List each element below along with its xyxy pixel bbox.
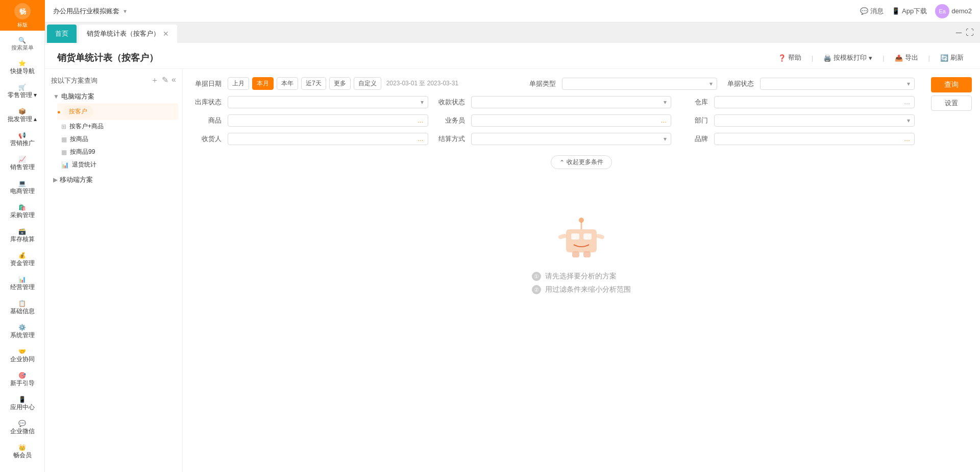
payment-status-label: 收款状态 — [434, 98, 465, 107]
sidebar-item-label: 系统管理 — [10, 331, 35, 340]
tab-sales-stats[interactable]: 销货单统计表（按客户） ✕ — [79, 25, 177, 43]
sidebar-item-marketing[interactable]: 📢 营销推广 — [0, 128, 44, 152]
tree-item-return-stats[interactable]: 📊 退货统计 — [57, 158, 178, 171]
query-button[interactable]: 查询 — [931, 77, 972, 92]
sidebar-item-operation[interactable]: 📊 经营管理 — [0, 272, 44, 296]
receiver-select[interactable]: … — [228, 133, 428, 145]
tree-mobile-header[interactable]: ▶ 移动端方案 — [49, 173, 178, 186]
message-button[interactable]: 💬 消息 — [860, 7, 884, 16]
sidebar-item-member[interactable]: 👑 畅会员 — [0, 440, 44, 464]
empty-tip-1: ① 请先选择要分析的方案 — [532, 272, 631, 281]
refresh-button[interactable]: 🔄 刷新 — [936, 51, 968, 64]
empty-robot-icon — [553, 204, 609, 262]
guide-icon: 🎯 — [18, 372, 26, 379]
collapse-panel-button[interactable]: « — [172, 75, 176, 86]
sidebar-item-basic[interactable]: 📋 基础信息 — [0, 296, 44, 320]
system-icon: ⚙️ — [18, 324, 26, 331]
more-date-button[interactable]: 更多 — [329, 77, 351, 90]
edit-scheme-button[interactable]: ✎ — [162, 75, 168, 86]
filter-row-2: 出库状态 ▾ 收款状态 ▾ 仓库 — [191, 96, 915, 108]
print-label: 按模板打印 — [834, 53, 867, 62]
left-panel-header: 按以下方案查询 ＋ ✎ « — [49, 75, 178, 86]
sidebar-item-purchase[interactable]: 🛍️ 采购管理 — [0, 200, 44, 224]
payment-status-select[interactable]: ▾ — [471, 96, 672, 108]
svg-rect-7 — [558, 233, 567, 240]
brand-select[interactable]: … — [714, 133, 915, 145]
search-icon: 🔍 — [0, 37, 44, 44]
collapse-row: ⌃ 收起更多条件 — [191, 151, 972, 173]
add-scheme-button[interactable]: ＋ — [151, 75, 159, 86]
warehouse-select[interactable]: … — [714, 96, 915, 108]
export-button[interactable]: 📤 导出 — [891, 51, 922, 64]
tabs-expand-button[interactable]: ─ ⛶ — [950, 28, 980, 37]
status-filter-label: 单据状态 — [723, 79, 754, 88]
maximize-icon[interactable]: ⛶ — [966, 28, 974, 37]
home-tab-label: 首页 — [55, 29, 68, 38]
sidebar-item-label: 新手引导 — [10, 379, 35, 388]
print-dropdown-icon: ▾ — [869, 54, 872, 62]
tree-desktop-header[interactable]: ▼ 电脑端方案 — [49, 90, 178, 103]
enterprise-icon: 🤝 — [18, 348, 26, 355]
collapse-button[interactable]: ⌃ 收起更多条件 — [551, 155, 612, 169]
tree-arrow-icon: ▼ — [53, 93, 59, 100]
sidebar-item-wechat[interactable]: 💬 企业微信 — [0, 416, 44, 440]
sidebar-item-system[interactable]: ⚙️ 系统管理 — [0, 320, 44, 344]
sidebar-item-finance[interactable]: 💰 资金管理 — [0, 248, 44, 272]
svg-rect-8 — [596, 233, 605, 240]
tree-item-label: 按商品99 — [70, 148, 95, 156]
app-download-button[interactable]: 📱 App下载 — [892, 7, 927, 16]
app-download-label: App下载 — [902, 7, 927, 16]
tree-mobile-label: 移动端方案 — [60, 175, 93, 184]
sales-icon: 📈 — [18, 156, 26, 163]
marketing-icon: 📢 — [18, 132, 26, 139]
this-year-button[interactable]: 本年 — [277, 77, 298, 90]
topbar-dropdown-icon[interactable]: ▾ — [124, 8, 127, 15]
tip-num-1: ① — [532, 272, 541, 281]
last-month-button[interactable]: 上月 — [228, 77, 249, 90]
print-button[interactable]: 🖨️ 按模板打印 ▾ — [819, 51, 876, 64]
quick-nav-icon: ⭐ — [18, 60, 26, 67]
custom-date-button[interactable]: 自定义 — [354, 77, 381, 90]
sidebar-item-guide[interactable]: 🎯 新手引导 — [0, 368, 44, 392]
type-filter-select[interactable]: ▾ — [562, 78, 717, 90]
date-filter: 上月 本月 本年 近7天 更多 自定义 2023-03-01 至 2023-03… — [228, 77, 519, 90]
user-menu[interactable]: Ea demo2 — [935, 4, 972, 18]
sidebar-item-retail[interactable]: 🛒 零售管理 ▾ — [0, 80, 44, 104]
sidebar-item-label: 基础信息 — [10, 307, 35, 316]
sidebar-item-sales[interactable]: 📈 销售管理 — [0, 152, 44, 176]
last-7-days-button[interactable]: 近7天 — [301, 77, 326, 90]
sidebar-item-label: 经营管理 — [10, 283, 35, 292]
status-filter-select[interactable]: ▾ — [760, 78, 915, 90]
table2-icon: ▦ — [61, 149, 67, 156]
minimize-icon[interactable]: ─ — [956, 28, 962, 37]
warehouse-label: 仓库 — [677, 98, 708, 107]
settings-button[interactable]: 设置 — [931, 96, 972, 111]
tree-item-by-goods[interactable]: ▦ 按商品 — [57, 133, 178, 146]
tree-item-by-customer-goods[interactable]: ⊞ 按客户+商品 — [57, 120, 178, 133]
filter-row-1: 单据日期 上月 本月 本年 近7天 更多 自定义 2023-03-01 至 20… — [191, 77, 915, 90]
sidebar-item-enterprise[interactable]: 🤝 企业协同 — [0, 344, 44, 368]
sidebar-item-quick-nav[interactable]: ⭐ 快捷导航 — [0, 56, 44, 80]
sidebar-item-search[interactable]: 🔍 搜索菜单 — [0, 31, 44, 56]
payment-method-select[interactable]: ▾ — [471, 133, 672, 145]
sidebar-item-label: 营销推广 — [10, 139, 35, 148]
tab-home[interactable]: 首页 — [47, 25, 77, 43]
tree-item-by-customer[interactable]: ● 按客户 — [57, 103, 178, 120]
department-select[interactable]: ▾ — [714, 114, 915, 127]
help-button[interactable]: ❓ 帮助 — [774, 51, 805, 64]
out-status-select[interactable]: ▾ — [228, 96, 428, 108]
tab-close-button[interactable]: ✕ — [163, 30, 169, 38]
status-select-arrow-icon: ▾ — [907, 80, 910, 87]
goods-select[interactable]: … — [228, 114, 428, 127]
salesperson-select[interactable]: … — [471, 114, 672, 127]
sidebar-item-apps[interactable]: 📱 应用中心 — [0, 392, 44, 416]
this-month-button[interactable]: 本月 — [252, 77, 274, 90]
sidebar-item-inventory[interactable]: 🗃️ 库存核算 — [0, 224, 44, 248]
sidebar-item-ecommerce[interactable]: 💻 电商管理 — [0, 176, 44, 200]
tree-item-by-goods-99[interactable]: ▦ 按商品99 — [57, 146, 178, 158]
svg-point-6 — [579, 218, 584, 223]
topbar-right: 💬 消息 📱 App下载 Ea demo2 — [860, 4, 972, 18]
svg-rect-10 — [583, 251, 591, 257]
sidebar-item-wholesale[interactable]: 📦 批发管理 ▴ — [0, 104, 44, 128]
left-panel: 按以下方案查询 ＋ ✎ « ▼ 电脑端方案 ● — [45, 69, 183, 472]
